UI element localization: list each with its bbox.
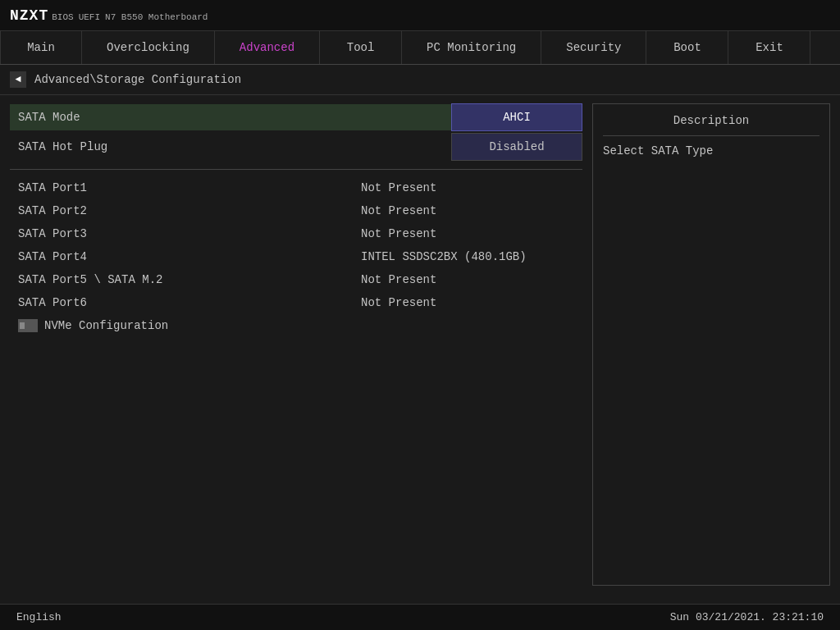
description-panel: Description Select SATA Type	[592, 103, 830, 586]
status-language: English	[16, 611, 62, 623]
sata-hot-plug-value[interactable]: Disabled	[451, 133, 582, 161]
port-row-4: SATA Port5 \ SATA M.2Not Present	[10, 268, 582, 291]
header: NZXT BIOS UEFI N7 B550 Motherboard	[0, 0, 840, 31]
nav-tab-security[interactable]: Security	[541, 31, 646, 64]
port-label-2: SATA Port3	[18, 227, 361, 240]
status-datetime: Sun 03/21/2021. 23:21:10	[670, 611, 824, 623]
logo: NZXT BIOS UEFI N7 B550 Motherboard	[10, 7, 208, 24]
port-value-1: Not Present	[361, 204, 574, 217]
sata-mode-value[interactable]: AHCI	[451, 103, 582, 131]
nav-tab-overclocking[interactable]: Overclocking	[82, 31, 215, 64]
description-text: Select SATA Type	[603, 144, 819, 158]
navigation: MainOverclockingAdvancedToolPC Monitorin…	[0, 31, 840, 65]
port-value-2: Not Present	[361, 227, 574, 240]
sata-hot-plug-row: SATA Hot Plug Disabled	[10, 133, 582, 161]
breadcrumb: ◄ Advanced\Storage Configuration	[0, 65, 840, 95]
port-row-1: SATA Port2Not Present	[10, 199, 582, 222]
port-label-0: SATA Port1	[18, 181, 361, 194]
port-label-1: SATA Port2	[18, 204, 361, 217]
port-row-2: SATA Port3Not Present	[10, 222, 582, 245]
description-title: Description	[603, 114, 819, 136]
status-bar: English Sun 03/21/2021. 23:21:10	[0, 604, 840, 630]
nav-tab-boot[interactable]: Boot	[646, 31, 728, 64]
logo-uefi: UEFI	[79, 12, 100, 22]
port-value-3: INTEL SSDSC2BX (480.1GB)	[361, 250, 574, 263]
logo-model: N7 B550 Motherboard	[105, 12, 208, 22]
nvme-config-row[interactable]: NVMe Configuration	[10, 314, 582, 337]
sata-mode-label: SATA Mode	[10, 104, 451, 130]
breadcrumb-back-button[interactable]: ◄	[10, 71, 26, 88]
logo-bios: BIOS	[52, 12, 73, 22]
nav-tab-pc-monitoring[interactable]: PC Monitoring	[402, 31, 541, 64]
main-content: SATA Mode AHCI SATA Hot Plug Disabled SA…	[0, 95, 840, 594]
sata-mode-row: SATA Mode AHCI	[10, 103, 582, 131]
logo-nzxt: NZXT	[10, 7, 48, 24]
port-value-4: Not Present	[361, 273, 574, 286]
sata-hot-plug-label: SATA Hot Plug	[10, 134, 451, 160]
port-row-3: SATA Port4INTEL SSDSC2BX (480.1GB)	[10, 245, 582, 268]
nav-tab-tool[interactable]: Tool	[320, 31, 402, 64]
port-list: SATA Port1Not PresentSATA Port2Not Prese…	[10, 176, 582, 314]
nav-tab-exit[interactable]: Exit	[728, 31, 810, 64]
port-label-4: SATA Port5 \ SATA M.2	[18, 273, 361, 286]
port-value-0: Not Present	[361, 181, 574, 194]
port-label-5: SATA Port6	[18, 296, 361, 309]
left-panel: SATA Mode AHCI SATA Hot Plug Disabled SA…	[10, 103, 582, 586]
port-value-5: Not Present	[361, 296, 574, 309]
nvme-icon	[18, 319, 38, 332]
port-label-3: SATA Port4	[18, 250, 361, 263]
nav-tab-advanced[interactable]: Advanced	[215, 31, 320, 64]
breadcrumb-path: Advanced\Storage Configuration	[34, 73, 241, 86]
port-row-5: SATA Port6Not Present	[10, 291, 582, 314]
port-row-0: SATA Port1Not Present	[10, 176, 582, 199]
divider	[10, 169, 582, 170]
nvme-config-label: NVMe Configuration	[44, 319, 168, 332]
nav-tab-main[interactable]: Main	[0, 31, 82, 64]
